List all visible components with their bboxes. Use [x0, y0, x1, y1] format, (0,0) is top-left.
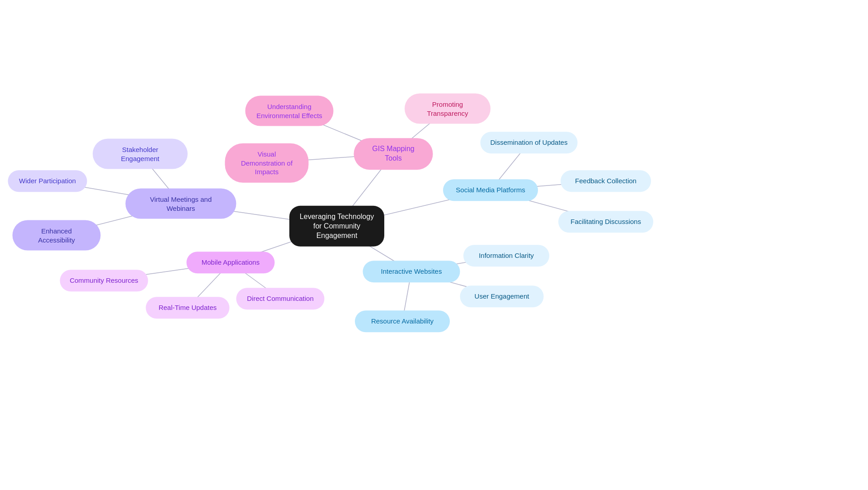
real-time-node: Real-Time Updates — [146, 297, 230, 319]
resource-availability-node: Resource Availability — [355, 310, 450, 332]
user-engagement-node: User Engagement — [460, 285, 544, 307]
promoting-transparency-node: Promoting Transparency — [405, 94, 491, 124]
virtual-meetings-node: Virtual Meetings and Webinars — [126, 189, 236, 219]
dissemination-node: Dissemination of Updates — [481, 132, 578, 153]
wider-participation-node: Wider Participation — [8, 170, 87, 192]
stakeholder-node: Stakeholder Engagement — [93, 139, 188, 169]
community-resources-node: Community Resources — [60, 270, 148, 291]
understanding-env-node: Understanding Environmental Effects — [245, 96, 334, 126]
center-node: Leveraging Technology for Community Enga… — [289, 206, 384, 247]
mobile-apps-node: Mobile Applications — [187, 252, 275, 273]
information-clarity-node: Information Clarity — [463, 245, 549, 266]
social-media-node: Social Media Platforms — [443, 179, 538, 201]
connection-lines — [0, 0, 868, 490]
facilitating-node: Facilitating Discussions — [558, 211, 653, 233]
interactive-websites-node: Interactive Websites — [363, 261, 460, 282]
enhanced-accessibility-node: Enhanced Accessibility — [13, 220, 101, 251]
direct-comm-node: Direct Communication — [236, 288, 325, 309]
feedback-node: Feedback Collection — [561, 170, 651, 192]
visual-demo-node: Visual Demonstration of Impacts — [225, 143, 309, 183]
gis-mapping-node: GIS Mapping Tools — [354, 138, 433, 170]
mind-map: Leveraging Technology for Community Enga… — [0, 0, 868, 490]
